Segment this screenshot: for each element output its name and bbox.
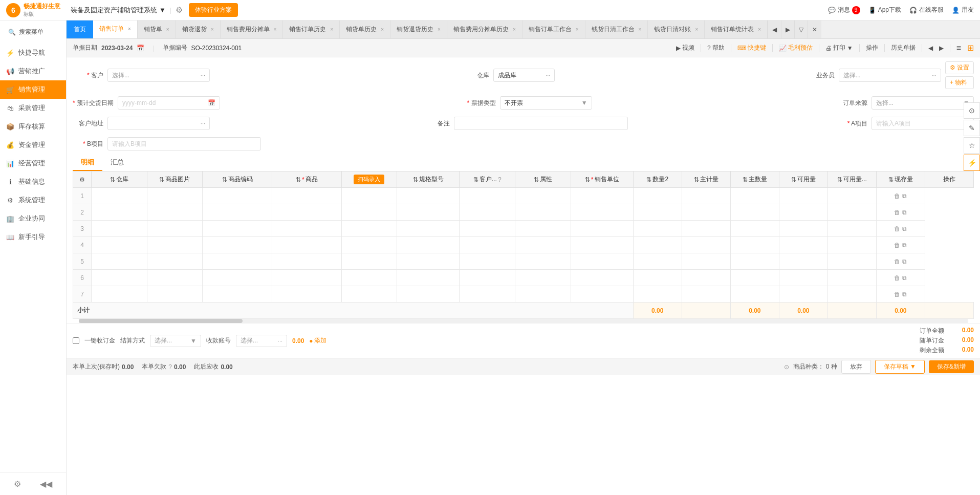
product-types-icon[interactable]: ⊙ bbox=[784, 363, 789, 371]
tab-close-sales-return-history[interactable]: × bbox=[438, 27, 441, 32]
cell-12[interactable] bbox=[779, 237, 827, 253]
cell-10[interactable] bbox=[682, 204, 730, 221]
shortcut-btn[interactable]: ⌨ 快捷键 bbox=[737, 44, 766, 52]
cell-14[interactable]: 🗑⧉ bbox=[876, 221, 925, 237]
sidebar-item-enterprise[interactable]: 🏢 企业协同 bbox=[0, 209, 66, 228]
cell-3[interactable] bbox=[272, 237, 341, 253]
cell-9[interactable] bbox=[633, 253, 682, 270]
copy-icon[interactable]: ⧉ bbox=[902, 242, 907, 249]
cell-7[interactable] bbox=[515, 188, 571, 204]
cell-13[interactable] bbox=[827, 253, 876, 270]
cell-11[interactable] bbox=[730, 237, 779, 253]
cell-10[interactable] bbox=[682, 221, 730, 237]
cell-1[interactable] bbox=[147, 204, 203, 221]
copy-icon[interactable]: ⧉ bbox=[902, 291, 907, 298]
tab-home[interactable]: 首页 bbox=[67, 20, 93, 39]
cell-8[interactable] bbox=[571, 286, 633, 303]
tab-list-btn[interactable]: ▽ bbox=[794, 20, 808, 39]
cell-7[interactable] bbox=[515, 204, 571, 221]
tab-close-sales-order[interactable]: × bbox=[128, 26, 131, 32]
cell-12[interactable] bbox=[779, 286, 827, 303]
cell-8[interactable] bbox=[571, 204, 633, 221]
cell-13[interactable] bbox=[827, 270, 876, 286]
delete-icon[interactable]: 🗑 bbox=[894, 209, 900, 216]
order-source-field[interactable]: 选择... ▼ bbox=[872, 96, 974, 110]
sidebar-item-guide[interactable]: 📖 新手引导 bbox=[0, 228, 66, 246]
float-btn-3[interactable]: ☆ bbox=[964, 137, 980, 154]
tab-sales-stats[interactable]: 销售订单统计表 × bbox=[705, 20, 768, 39]
cell-1[interactable] bbox=[147, 188, 203, 204]
cell-5[interactable] bbox=[397, 221, 460, 237]
copy-icon[interactable]: ⧉ bbox=[902, 225, 907, 232]
cell-9[interactable] bbox=[633, 204, 682, 221]
cell-4[interactable] bbox=[341, 270, 397, 286]
sidebar-item-operations[interactable]: 📊 经营管理 bbox=[0, 154, 66, 173]
delete-icon[interactable]: 🗑 bbox=[894, 258, 900, 265]
tab-sales-return-history[interactable]: 销货退货历史 × bbox=[390, 20, 447, 39]
cell-4[interactable] bbox=[341, 253, 397, 270]
cell-5[interactable] bbox=[397, 253, 460, 270]
sidebar-settings-btn[interactable]: ⚙ bbox=[14, 479, 21, 489]
tab-summary[interactable]: 汇总 bbox=[102, 155, 132, 171]
solution-btn[interactable]: 体验行业方案 bbox=[189, 3, 238, 17]
tab-close-sales-return[interactable]: × bbox=[211, 27, 214, 32]
cell-12[interactable] bbox=[779, 270, 827, 286]
cell-9[interactable] bbox=[633, 270, 682, 286]
cell-0[interactable] bbox=[92, 270, 147, 286]
cell-6[interactable] bbox=[460, 221, 515, 237]
add-payment-btn[interactable]: ● 添加 bbox=[309, 336, 326, 345]
cell-0[interactable] bbox=[92, 237, 147, 253]
cell-7[interactable] bbox=[515, 270, 571, 286]
cell-1[interactable] bbox=[147, 270, 203, 286]
tab-next-btn[interactable]: ▶ bbox=[781, 20, 794, 39]
cell-0[interactable] bbox=[92, 204, 147, 221]
expand-btn[interactable]: ⊞ bbox=[967, 43, 974, 53]
col-main-unit[interactable]: ⇅主计量 bbox=[682, 171, 730, 188]
tab-sales-slip[interactable]: 销货单 × bbox=[138, 20, 176, 39]
invoice-type-field[interactable]: 不开票 ▼ bbox=[500, 96, 592, 110]
tab-cash-workbench[interactable]: 钱货日清工作台 × bbox=[585, 20, 648, 39]
cell-8[interactable] bbox=[571, 188, 633, 204]
cell-8[interactable] bbox=[571, 237, 633, 253]
cell-1[interactable] bbox=[147, 221, 203, 237]
cell-14[interactable]: 🗑⧉ bbox=[876, 253, 925, 270]
operations-btn[interactable]: 操作 bbox=[866, 44, 878, 52]
col-available2[interactable]: ⇅可用量... bbox=[827, 171, 876, 188]
cell-14[interactable]: 🗑⧉ bbox=[876, 270, 925, 286]
cell-12[interactable] bbox=[779, 253, 827, 270]
tab-sales-order-history[interactable]: 销售订单历史 × bbox=[283, 20, 340, 39]
scrollbar-thumb[interactable] bbox=[79, 319, 243, 323]
cell-4[interactable] bbox=[341, 237, 397, 253]
cell-10[interactable] bbox=[682, 188, 730, 204]
nav-prev-btn[interactable]: ◀ bbox=[928, 45, 933, 52]
cell-3[interactable] bbox=[272, 221, 341, 237]
cell-1[interactable] bbox=[147, 253, 203, 270]
list-view-btn[interactable]: ≡ bbox=[956, 44, 961, 53]
cell-3[interactable] bbox=[272, 188, 341, 204]
cell-2[interactable] bbox=[203, 204, 272, 221]
col-product-image[interactable]: ⇅商品图片 bbox=[147, 171, 203, 188]
cell-6[interactable] bbox=[460, 188, 515, 204]
cell-13[interactable] bbox=[827, 221, 876, 237]
sidebar-item-quicknav[interactable]: ⚡ 快捷导航 bbox=[0, 44, 66, 62]
col-product[interactable]: ⇅*商品 bbox=[272, 171, 341, 188]
cell-13[interactable] bbox=[827, 204, 876, 221]
tab-close-cash-workbench[interactable]: × bbox=[639, 27, 642, 32]
delete-icon[interactable]: 🗑 bbox=[894, 225, 900, 232]
tab-prev-btn[interactable]: ◀ bbox=[768, 20, 781, 39]
cell-0[interactable] bbox=[92, 286, 147, 303]
cell-0[interactable] bbox=[92, 253, 147, 270]
cell-3[interactable] bbox=[272, 204, 341, 221]
cell-0[interactable] bbox=[92, 188, 147, 204]
cell-1[interactable] bbox=[147, 237, 203, 253]
search-menu-btn[interactable]: 🔍 搜索菜单 bbox=[4, 25, 62, 39]
profit-btn[interactable]: 📈 毛利预估 bbox=[779, 44, 813, 52]
cell-13[interactable] bbox=[827, 237, 876, 253]
history-btn[interactable]: 历史单据 bbox=[891, 44, 916, 52]
tab-close-sales-slip-history[interactable]: × bbox=[381, 27, 384, 32]
col-customer[interactable]: ⇅客户...? bbox=[460, 171, 515, 188]
settings-btn[interactable]: ⚙ 设置 bbox=[945, 61, 974, 74]
sidebar-item-marketing[interactable]: 📢 营销推广 bbox=[0, 62, 66, 80]
cell-6[interactable] bbox=[460, 270, 515, 286]
cell-14[interactable]: 🗑⧉ bbox=[876, 188, 925, 204]
